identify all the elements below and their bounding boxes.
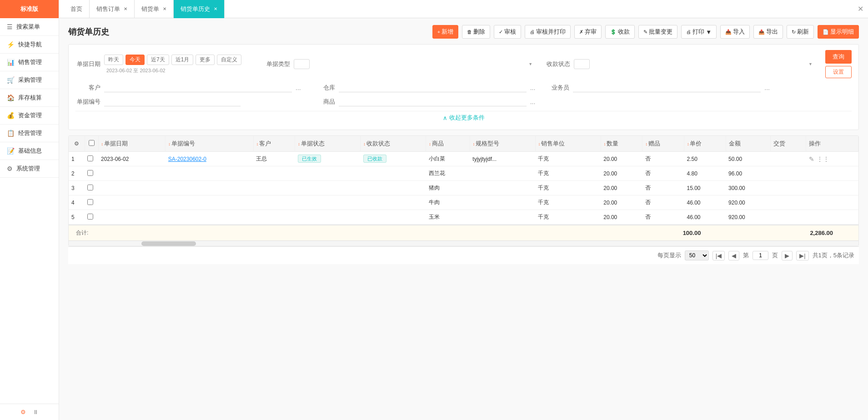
date-btn-more[interactable]: 更多	[196, 55, 215, 65]
th-customer[interactable]: ↕客户	[253, 136, 295, 152]
tab-sales-history[interactable]: 销货单历史 ✕	[174, 0, 225, 18]
row-checkbox[interactable]	[87, 170, 93, 176]
tab-sales-order[interactable]: 销售订单 ✕	[90, 0, 135, 18]
date-btn-1month[interactable]: 近1月	[171, 55, 194, 65]
tab-close-sales-order[interactable]: ✕	[124, 6, 127, 11]
scrollbar-thumb[interactable]	[141, 241, 196, 246]
next-page-button[interactable]: ▶	[782, 251, 793, 260]
sidebar-item-sales-mgmt[interactable]: 📊 销售管理	[0, 54, 59, 71]
page-number-input[interactable]	[753, 251, 768, 260]
cell-goods: 猪肉	[426, 181, 470, 195]
doc-type-select[interactable]	[294, 59, 310, 69]
date-btn-yesterday[interactable]: 昨天	[104, 55, 123, 65]
date-btn-today[interactable]: 今天	[125, 55, 145, 65]
more-action-icon[interactable]: ⋮⋮	[817, 155, 829, 163]
th-gift[interactable]: ↕赠品	[642, 136, 684, 152]
cell-sales-unit: 千克	[535, 181, 601, 195]
delete-button[interactable]: 🗑 删除	[462, 25, 490, 39]
doc-no-input[interactable]	[104, 97, 241, 106]
cell-doc-no: SA-20230602-0	[166, 152, 253, 166]
tab-close-sales-goods[interactable]: ✕	[163, 6, 166, 11]
horizontal-scrollbar[interactable]	[69, 240, 858, 246]
sys-mgmt-icon: ⚙	[7, 165, 13, 172]
show-detail-button[interactable]: 📄 显示明细	[818, 25, 859, 39]
sidebar-item-inventory[interactable]: 🏠 库存核算	[0, 89, 59, 107]
export-button[interactable]: 📤 导出	[753, 25, 783, 39]
first-page-button[interactable]: |◀	[712, 251, 725, 260]
th-qty[interactable]: ↕数量	[601, 136, 642, 152]
sidebar-item-search-menu[interactable]: ☰ 搜索菜单	[0, 18, 59, 36]
collapse-button[interactable]: ∧ 收起更多条件	[75, 111, 852, 124]
cell-sales-unit: 千克	[535, 210, 601, 225]
sidebar-item-quick-nav[interactable]: ⚡ 快捷导航	[0, 36, 59, 54]
goods-dots[interactable]: ...	[530, 98, 536, 105]
print-button[interactable]: 🖨 打印 ▼	[681, 25, 717, 39]
tab-close-sales-history[interactable]: ✕	[214, 6, 217, 11]
edit-action-icon[interactable]: ✎	[809, 155, 814, 163]
th-doc-status[interactable]: ↕单据状态	[295, 136, 361, 152]
select-all-checkbox[interactable]	[89, 140, 95, 146]
query-button[interactable]: 查询	[825, 50, 852, 64]
customer-input[interactable]	[104, 83, 292, 92]
add-icon: +	[437, 29, 440, 35]
sidebar-item-basic-info[interactable]: 📝 基础信息	[0, 142, 59, 160]
row-checkbox[interactable]	[87, 214, 93, 220]
collect-status-select[interactable]	[574, 59, 590, 69]
th-unit-price[interactable]: ↕单价	[684, 136, 726, 152]
row-checkbox[interactable]	[87, 155, 93, 161]
warehouse-input[interactable]	[339, 83, 527, 92]
sidebar-item-ops-mgmt[interactable]: 📋 经营管理	[0, 125, 59, 142]
th-spec-type[interactable]: ↕规格型号	[470, 136, 535, 152]
show-detail-icon: 📄	[823, 29, 829, 35]
row-checkbox[interactable]	[87, 199, 93, 205]
customer-dots[interactable]: ...	[296, 84, 301, 91]
tab-sales-goods[interactable]: 销货单 ✕	[135, 0, 174, 18]
salesperson-input[interactable]	[573, 83, 761, 92]
add-button[interactable]: + 新增	[432, 25, 458, 39]
refresh-button[interactable]: ↻ 刷新	[787, 25, 814, 39]
date-filter: 昨天 今天 近7天 近1月 更多 自定义 2023-06-02 至 2023-0…	[104, 55, 256, 74]
table-row: 2 西兰花 千克 20.00 否 4.80 96.00	[69, 166, 858, 181]
import-button[interactable]: 📥 导入	[720, 25, 750, 39]
doc-no-link[interactable]: SA-20230602-0	[168, 156, 206, 162]
audit-button[interactable]: ✓ 审核	[494, 25, 521, 39]
th-collect-status[interactable]: ↕收款状态	[361, 136, 426, 152]
page-size-select[interactable]: 50 100 200	[685, 250, 709, 260]
sidebar-item-finance-mgmt[interactable]: 💰 资金管理	[0, 107, 59, 125]
sidebar-item-sys-mgmt[interactable]: ⚙ 系统管理	[0, 160, 59, 178]
collect-button[interactable]: 💲 收款	[605, 25, 635, 39]
th-doc-date[interactable]: ↕单据日期	[98, 136, 166, 152]
warehouse-dots[interactable]: ...	[530, 84, 536, 91]
row-actions: ✎ ⋮⋮	[809, 155, 856, 163]
audit-print-button[interactable]: 🖨 审核并打印	[525, 25, 571, 39]
goods-input[interactable]	[339, 97, 527, 106]
date-btn-custom[interactable]: 自定义	[217, 55, 241, 65]
cell-transaction	[770, 166, 806, 181]
footer-label: 合计:	[71, 229, 88, 237]
cell-doc-no	[166, 166, 253, 181]
filter-settings-button[interactable]: 设置	[825, 66, 852, 78]
th-doc-no[interactable]: ↕单据编号	[166, 136, 253, 152]
sidebar-pause-icon[interactable]: ⏸	[33, 409, 39, 415]
sidebar-gear-icon[interactable]: ⚙	[20, 409, 26, 415]
th-settings[interactable]: ⚙	[69, 136, 85, 152]
last-page-button[interactable]: ▶|	[796, 251, 808, 260]
salesperson-dots[interactable]: ...	[764, 84, 770, 91]
doc-type-select-wrapper	[294, 59, 536, 69]
batch-change-button[interactable]: ✎ 批量变更	[638, 25, 677, 39]
cell-customer	[253, 210, 295, 225]
goods-label: 商品	[310, 98, 335, 106]
tab-home[interactable]: 首页	[64, 0, 90, 18]
cell-customer: 王总	[253, 152, 295, 166]
sidebar-item-purchase-mgmt[interactable]: 🛒 采购管理	[0, 71, 59, 89]
th-goods[interactable]: ↕商品	[426, 136, 470, 152]
date-btn-7days[interactable]: 近7天	[147, 55, 169, 65]
prev-page-button[interactable]: ◀	[728, 251, 739, 260]
abandon-button[interactable]: ✗ 弃审	[574, 25, 602, 39]
tab-bar-close-all[interactable]: ✕	[858, 5, 863, 13]
search-menu-icon: ☰	[7, 23, 13, 30]
cell-amount: 50.00	[726, 152, 770, 166]
row-checkbox[interactable]	[87, 185, 93, 190]
th-sales-unit[interactable]: ↕销售单位	[535, 136, 601, 152]
collect-icon: 💲	[610, 29, 617, 35]
